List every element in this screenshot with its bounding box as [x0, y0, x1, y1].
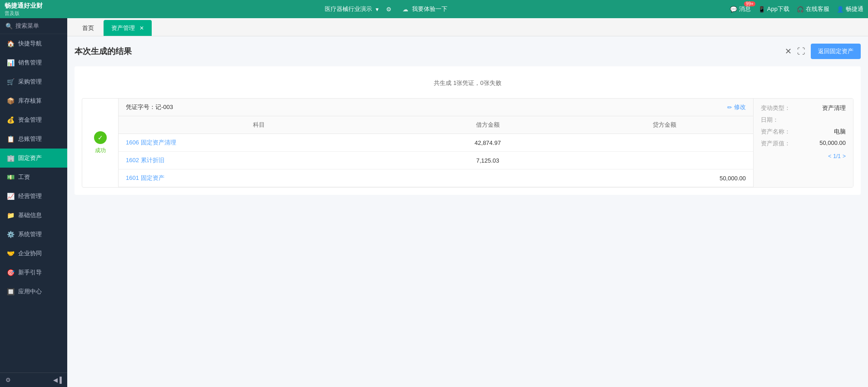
sidebar-item-basic-info[interactable]: 📁 基础信息 [0, 206, 67, 225]
table-row: 1606 固定资产清理42,874.97 [119, 134, 753, 152]
payroll-icon: 💵 [6, 174, 15, 181]
sidebar-label-basic-info: 基础信息 [18, 211, 42, 219]
page-title: 本次生成的结果 [74, 46, 132, 57]
system-icon: ⚙️ [6, 231, 15, 238]
credit-cell: 50,000.00 [576, 169, 753, 187]
fixed-assets-icon: 🏢 [6, 154, 15, 162]
col-subject: 科目 [119, 116, 399, 134]
app-icon: 📱 [758, 6, 765, 13]
tab-asset-management[interactable]: 资产管理 ✕ [104, 20, 152, 36]
search-icon: 🔍 [5, 23, 13, 30]
sidebar-item-fixed-assets[interactable]: 🏢 固定资产 [0, 149, 67, 168]
voucher-main: 凭证字号：记-003 ✏ 修改 科目 [119, 99, 753, 187]
sidebar-label-ledger: 总账管理 [18, 135, 42, 143]
app-download-label: App下载 [767, 5, 789, 13]
sidebar-label-payroll: 工资 [18, 173, 30, 181]
voucher-edit-button[interactable]: ✏ 修改 [727, 103, 746, 111]
voucher-block: ✓ 成功 凭证字号：记-003 ✏ 修改 [82, 98, 853, 188]
sidebar-item-app-center[interactable]: 🔲 应用中心 [0, 282, 67, 301]
experience-label[interactable]: 我要体验一下 [412, 5, 447, 13]
result-summary: 共生成 1张凭证，0张失败 [82, 74, 853, 93]
asset-name-row: 资产名称： 电脑 [761, 128, 846, 136]
sidebar-label-app-center: 应用中心 [18, 288, 42, 296]
success-circle: ✓ [94, 131, 107, 144]
gear-icon[interactable]: ⚙ [386, 6, 392, 13]
prev-page-button[interactable]: < [828, 153, 831, 159]
tab-home-label: 首页 [82, 25, 94, 31]
sidebar-item-enterprise[interactable]: 🤝 企业协同 [0, 244, 67, 263]
app-download-button[interactable]: 📱 App下载 [758, 5, 789, 13]
voucher-table: 科目 借方金额 贷方金额 1606 固定资产清理42,874.971602 累计… [119, 116, 753, 187]
online-service-button[interactable]: 🎧 在线客服 [797, 5, 829, 13]
date-label: 日期： [761, 116, 779, 124]
collapse-icon[interactable]: ◀▐ [53, 377, 62, 383]
original-value-row: 资产原值： 50,000.00 [761, 139, 846, 148]
sidebar-item-ledger[interactable]: 📋 总账管理 [0, 129, 67, 149]
finance-icon: 💰 [6, 116, 15, 124]
table-row: 1602 累计折旧7,125.03 [119, 152, 753, 169]
content-area: 首页 资产管理 ✕ 本次生成的结果 ✕ ⛶ 返回固定资产 [67, 18, 868, 387]
service-icon: 🎧 [797, 6, 804, 13]
sidebar-label-inventory: 库存核算 [18, 97, 42, 105]
settings-icon[interactable]: ⚙ [5, 377, 11, 383]
guide-icon: 🎯 [6, 269, 15, 276]
credit-cell [576, 134, 753, 152]
sidebar-item-operations[interactable]: 📈 经营管理 [0, 187, 67, 206]
sidebar-label-operations: 经营管理 [18, 192, 42, 200]
sales-icon: 📊 [6, 59, 15, 66]
asset-name-value: 电脑 [834, 128, 846, 136]
tab-home[interactable]: 首页 [74, 20, 102, 36]
sidebar-item-quick-nav[interactable]: 🏠 快捷导航 [0, 34, 67, 53]
experience-icon: ☁ [402, 6, 408, 13]
tab-close-icon[interactable]: ✕ [139, 25, 144, 31]
sidebar-scroll: 🔍 搜索菜单 🏠 快捷导航 📊 销售管理 🛒 采购管理 📦 库存核算 💰 [0, 18, 67, 372]
col-credit: 贷方金额 [576, 116, 753, 134]
subject-cell[interactable]: 1606 固定资产清理 [119, 134, 399, 152]
debit-cell: 7,125.03 [399, 152, 576, 169]
next-page-button[interactable]: > [843, 153, 846, 159]
sidebar-label-guide: 新手引导 [18, 268, 42, 277]
sidebar-item-inventory[interactable]: 📦 库存核算 [0, 91, 67, 110]
change-type-label: 变动类型： [761, 104, 790, 112]
sidebar-label-quick-nav: 快捷导航 [18, 40, 42, 48]
sidebar-label-fixed-assets: 固定资产 [18, 154, 42, 162]
sidebar-item-payroll[interactable]: 💵 工资 [0, 168, 67, 187]
result-panel: 共生成 1张凭证，0张失败 ✓ 成功 凭证字号：记-003 [74, 66, 861, 195]
subject-cell[interactable]: 1602 累计折旧 [119, 152, 399, 169]
sidebar-item-finance[interactable]: 💰 资金管理 [0, 110, 67, 129]
sidebar-item-sales[interactable]: 📊 销售管理 [0, 53, 67, 72]
dropdown-arrow-icon[interactable]: ▾ [376, 6, 379, 13]
sidebar-label-system: 系统管理 [18, 230, 42, 238]
close-panel-button[interactable]: ✕ [785, 46, 792, 56]
online-service-label: 在线客服 [806, 5, 829, 13]
messages-badge: 99+ [744, 1, 755, 6]
voucher-header: 凭证字号：记-003 ✏ 修改 [119, 99, 753, 116]
enterprise-icon: 🤝 [6, 250, 15, 257]
debit-cell: 42,874.97 [399, 134, 576, 152]
tab-bar: 首页 资产管理 ✕ [67, 18, 868, 36]
user-button[interactable]: 👤 畅捷通 [837, 5, 863, 13]
sidebar-label-purchase: 采购管理 [18, 78, 42, 86]
side-info: 变动类型： 资产清理 日期： 资产名称： 电脑 [753, 99, 853, 187]
sidebar-item-purchase[interactable]: 🛒 采购管理 [0, 72, 67, 91]
return-button[interactable]: 返回固定资产 [811, 44, 861, 59]
success-text: 成功 [95, 147, 106, 154]
inventory-icon: 📦 [6, 97, 15, 104]
messages-button[interactable]: 💬 消息 99+ [730, 5, 751, 13]
operations-icon: 📈 [6, 193, 15, 200]
tab-asset-management-label: 资产管理 [111, 25, 135, 31]
subject-cell[interactable]: 1601 固定资产 [119, 169, 399, 187]
sidebar-item-system[interactable]: ⚙️ 系统管理 [0, 225, 67, 244]
asset-name-label: 资产名称： [761, 128, 790, 136]
debit-cell [399, 169, 576, 187]
sidebar-search[interactable]: 🔍 搜索菜单 [0, 18, 67, 34]
company-name[interactable]: 医疗器械行业演示 [325, 5, 372, 13]
sidebar: 🔍 搜索菜单 🏠 快捷导航 📊 销售管理 🛒 采购管理 📦 库存核算 💰 [0, 18, 67, 387]
purchase-icon: 🛒 [6, 78, 15, 85]
table-row: 1601 固定资产50,000.00 [119, 169, 753, 187]
topbar: 畅捷通好业财 普及版 医疗器械行业演示 ▾ ⚙ ☁ 我要体验一下 💬 消息 99… [0, 0, 868, 18]
sidebar-item-guide[interactable]: 🎯 新手引导 [0, 263, 67, 282]
change-type-row: 变动类型： 资产清理 [761, 104, 846, 112]
home-icon: 🏠 [6, 40, 15, 47]
expand-panel-button[interactable]: ⛶ [797, 47, 805, 56]
